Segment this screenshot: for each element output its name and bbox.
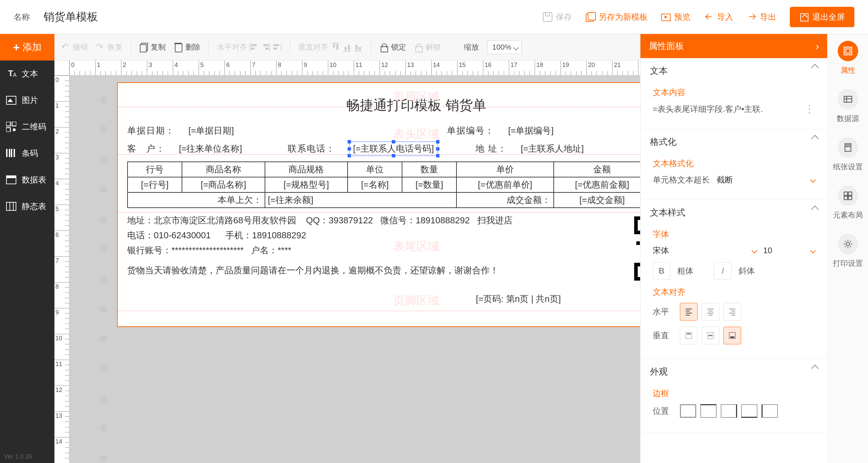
page-number-field[interactable]: [=页码: 第n页 | 共n页]	[127, 291, 640, 306]
border-right-button[interactable]	[721, 404, 737, 418]
overflow-select[interactable]: 截断	[717, 174, 815, 185]
strip-datasource[interactable]: 数据源	[837, 89, 859, 124]
footer-label[interactable]: 银行账号：	[127, 245, 171, 255]
table-header[interactable]: 行号	[128, 162, 182, 177]
table-header[interactable]: 商品规格	[265, 162, 348, 177]
section-handle[interactable]	[100, 305, 107, 313]
table-cell[interactable]: [=名称]	[348, 177, 402, 192]
canvas-viewport[interactable]: 页眉区域 畅捷通打印模板 销货单 表头区域 单据日期： [=单据日期] 单据编号…	[69, 75, 640, 463]
section-handle[interactable]	[100, 395, 107, 402]
footer-label[interactable]: 地址：	[127, 215, 154, 225]
footer-value[interactable]: 18910888292	[252, 230, 306, 240]
table-cell[interactable]: [=优惠前单价]	[456, 177, 553, 192]
selected-field[interactable]: [=主联系人电话号码]	[349, 141, 438, 156]
halign-center-button[interactable]	[702, 303, 719, 321]
footer-label[interactable]: QQ：	[306, 215, 329, 225]
bold-toggle[interactable]: B	[653, 262, 670, 280]
table-header[interactable]: 单价	[456, 162, 553, 177]
save-as-button[interactable]: 另存为新模板	[586, 12, 648, 22]
section-handle[interactable]	[100, 455, 107, 462]
footer-value[interactable]: 北京市海淀区北清路68号用友软件园	[154, 215, 296, 225]
section-handle[interactable]	[100, 275, 107, 283]
strip-layout[interactable]: 元素布局	[833, 186, 863, 220]
footer-label[interactable]: 微信号：	[380, 215, 416, 225]
tool-statictable[interactable]: 静态表	[0, 193, 54, 220]
field-label[interactable]: 单据日期：	[127, 125, 175, 137]
section-header[interactable]: 外观	[640, 359, 827, 384]
footer-value[interactable]: ****	[278, 245, 291, 255]
unlock-button[interactable]: 解锁	[414, 42, 441, 52]
resize-handle[interactable]	[348, 147, 351, 151]
section-handle[interactable]	[100, 126, 107, 133]
halign-left-button[interactable]	[680, 303, 698, 321]
more-icon[interactable]: ⋮	[805, 103, 815, 115]
summary-value[interactable]: [=往来余额]	[265, 192, 457, 208]
tool-image[interactable]: 图片	[0, 87, 54, 114]
halign-right-button[interactable]	[723, 303, 741, 321]
resize-handle[interactable]	[348, 154, 351, 157]
footer-label[interactable]: 扫我进店	[477, 215, 513, 225]
resize-handle[interactable]	[348, 140, 351, 143]
resize-handle[interactable]	[436, 154, 439, 157]
resize-handle[interactable]	[436, 147, 439, 151]
redo-button[interactable]: 恢复	[96, 42, 122, 52]
section-handle[interactable]	[100, 96, 107, 103]
field-label[interactable]: 地 址：	[475, 143, 507, 155]
valign-top-button[interactable]	[680, 327, 698, 344]
resize-handle[interactable]	[436, 140, 439, 143]
halign-dropdown[interactable]: 水平对齐	[217, 42, 282, 52]
valign-dropdown[interactable]: 垂直对齐	[298, 42, 363, 52]
data-table[interactable]: 行号商品名称商品规格单位数量单价金额备注 [=行号][=商品名称][=规格型号]…	[127, 161, 640, 208]
lock-button[interactable]: 锁定	[380, 42, 406, 52]
strip-printsetup[interactable]: 打印设置	[833, 234, 863, 269]
import-button[interactable]: 导入	[704, 12, 733, 22]
table-header[interactable]: 金额	[554, 162, 640, 177]
footer-label[interactable]: 户名：	[251, 245, 278, 255]
table-cell[interactable]: [=规格型号]	[265, 177, 348, 192]
footer-value[interactable]: 010-62430001	[154, 230, 211, 240]
footer-value[interactable]: 18910888292	[416, 215, 470, 225]
table-cell[interactable]: [=数量]	[402, 177, 456, 192]
table-header[interactable]: 商品名称	[182, 162, 265, 177]
table-header[interactable]: 单位	[348, 162, 402, 177]
section-header[interactable]: 文本样式	[640, 200, 827, 225]
font-family-select[interactable]: 宋体	[653, 245, 756, 256]
resize-handle[interactable]	[392, 154, 395, 157]
summary-label[interactable]: 本单上欠：	[128, 192, 265, 208]
text-content-value[interactable]: =表头表尾详细字段.客户•主联.	[653, 104, 798, 115]
field-value[interactable]: [=往来单位名称]	[179, 143, 274, 155]
footer-label[interactable]: 电话：	[127, 230, 154, 240]
footer-label[interactable]: 手机：	[226, 230, 252, 240]
border-top-button[interactable]	[700, 404, 717, 418]
table-cell[interactable]: [=优惠前金额]	[554, 177, 640, 192]
section-handle[interactable]	[100, 365, 107, 373]
preview-button[interactable]: 预览	[661, 12, 690, 22]
tool-text[interactable]: 文本	[0, 61, 54, 87]
exit-fullscreen-button[interactable]: 退出全屏	[790, 7, 854, 27]
add-button[interactable]: +添加	[0, 34, 54, 61]
tool-qrcode[interactable]: 二维码	[0, 114, 54, 140]
field-value[interactable]: [=单据日期]	[188, 125, 433, 137]
copy-button[interactable]: 复制	[139, 42, 166, 52]
delete-button[interactable]: 删除	[174, 42, 200, 52]
footer-note[interactable]: 货物当天请验收清楚，产品质量问题请在一个月内退换，逾期概不负责，还望谅解，谢谢合…	[127, 263, 640, 278]
section-handle[interactable]	[100, 216, 107, 223]
font-size-select[interactable]: 10	[763, 246, 815, 255]
strip-pagesetup[interactable]: 纸张设置	[833, 137, 863, 172]
table-header[interactable]: 数量	[402, 162, 456, 177]
footer-value[interactable]: 393879122	[329, 215, 373, 225]
italic-toggle[interactable]: I	[714, 262, 732, 280]
table-cell[interactable]: [=行号]	[128, 177, 182, 192]
section-handle[interactable]	[100, 156, 107, 163]
summary-value[interactable]: [=成交金额]	[554, 192, 640, 208]
section-handle[interactable]	[100, 245, 107, 253]
template-title[interactable]: 畅捷通打印模板 销货单	[127, 96, 640, 115]
border-bottom-button[interactable]	[741, 404, 757, 418]
resize-handle[interactable]	[392, 140, 395, 143]
tool-datatable[interactable]: 数据表	[0, 167, 54, 193]
zoom-select[interactable]: 100%	[487, 40, 522, 54]
template-title-input[interactable]	[44, 11, 180, 23]
save-button[interactable]: 保存	[543, 12, 572, 22]
valign-middle-button[interactable]	[702, 327, 719, 344]
undo-button[interactable]: 撤销	[61, 42, 88, 52]
